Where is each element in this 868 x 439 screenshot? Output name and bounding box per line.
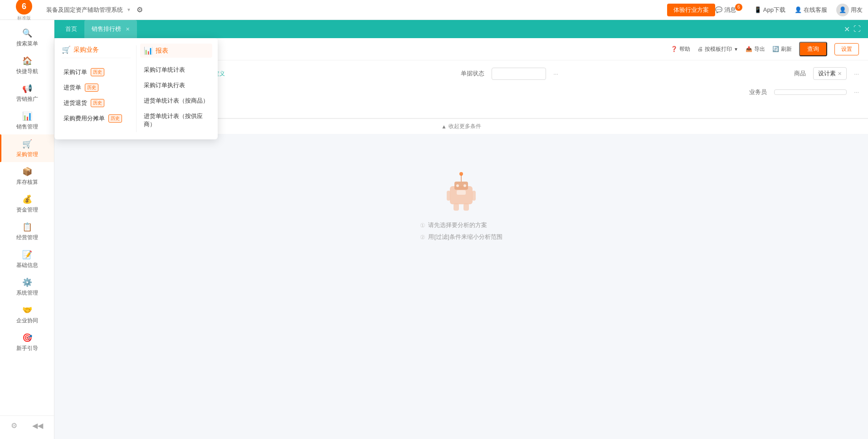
help-button[interactable]: ❓ 帮助: [671, 45, 690, 53]
sidebar-bottom: ⚙ ◀◀: [0, 415, 54, 435]
tab-close-all-icon[interactable]: ✕: [844, 25, 850, 34]
export-button[interactable]: 📤 导出: [746, 45, 765, 53]
report-col-icon: 📊: [144, 46, 153, 55]
sidebar-label-inventory: 库存核算: [16, 178, 38, 186]
settings-icon[interactable]: ⚙: [137, 5, 143, 14]
salesperson-input[interactable]: [774, 89, 847, 95]
svg-rect-8: [463, 203, 469, 211]
query-button[interactable]: 查询: [799, 42, 827, 56]
item-label: 采购费用分摊单: [63, 114, 105, 123]
sidebar-label-operations: 经营管理: [16, 234, 38, 242]
sidebar-item-guide[interactable]: 🎯 新手引导: [0, 328, 54, 356]
notification-button[interactable]: 💬 消息 6: [715, 6, 745, 14]
avatar: 👤: [836, 4, 849, 16]
sidebar-item-sales[interactable]: 📊 销售管理: [0, 107, 54, 134]
sidebar-item-enterprise[interactable]: 🤝 企业协同: [0, 301, 54, 328]
dropdown-item-goods-stat[interactable]: 进货单统计表（按商品）: [142, 93, 211, 109]
dropdown-purchase-col: 🛒 采购业务 采购订单 历史 进货单 历史 进货退货 历史 采购费用分摊单 历史: [62, 45, 131, 132]
dropdown-item-po-exec[interactable]: 采购订单执行表: [142, 78, 211, 93]
sidebar-label-basic: 基础信息: [16, 261, 38, 269]
dropdown-divider: [136, 45, 137, 132]
order-status-select[interactable]: [492, 68, 546, 80]
bottom-settings-icon[interactable]: ⚙: [11, 421, 17, 430]
user-menu-button[interactable]: 👤 用友: [836, 4, 863, 16]
help-label: 帮助: [679, 45, 690, 53]
item-label: 采购订单统计表: [144, 66, 185, 74]
item-badge: 历史: [85, 84, 98, 92]
tab-sales-rank-label: 销售排行榜: [92, 25, 121, 33]
refresh-button[interactable]: 🔄 刷新: [772, 45, 792, 53]
item-label: 进货单: [63, 84, 81, 92]
sidebar-item-marketing[interactable]: 📢 营销推广: [0, 79, 54, 107]
topbar-title: 装备及固定资产辅助管理系统 ▼ ⚙: [46, 5, 662, 14]
enterprise-icon: 🤝: [22, 305, 32, 315]
sidebar-label-quick-nav: 快捷导航: [16, 68, 38, 75]
system-icon: ⚙️: [22, 277, 32, 287]
industry-solution-button[interactable]: 体验行业方案: [667, 4, 715, 16]
tab-maximize-icon[interactable]: ⛶: [853, 25, 861, 33]
dropdown-item-incoming[interactable]: 进货单 历史: [62, 80, 131, 95]
online-service-button[interactable]: 👤 在线客服: [795, 6, 827, 14]
tab-sales-rank[interactable]: 销售排行榜 ✕: [84, 20, 137, 38]
item-label: 进货单统计表（按商品）: [144, 97, 209, 105]
item-label: 进货单统计表（按供应商）: [144, 112, 209, 128]
sidebar-label-system: 系统管理: [16, 289, 38, 297]
sidebar-item-quick-nav[interactable]: 🏠 快捷导航: [0, 51, 54, 79]
salesperson-label: 业务员: [749, 88, 767, 96]
print-dropdown-icon: ▼: [734, 47, 738, 52]
export-label: 导出: [754, 45, 765, 53]
app-download-label: App下载: [763, 6, 785, 14]
item-label: 采购订单: [63, 68, 87, 76]
dropdown-report-col: 📊 报表 采购订单统计表 采购订单执行表 进货单统计表（按商品） 进货单统计表（…: [142, 45, 211, 132]
operations-icon: 📋: [22, 222, 32, 232]
sidebar-label-marketing: 营销推广: [16, 95, 38, 103]
title-dropdown-arrow[interactable]: ▼: [127, 7, 131, 12]
collapse-sidebar-button[interactable]: ◀◀: [32, 421, 43, 430]
sidebar-label-purchase: 采购管理: [16, 151, 38, 158]
tab-home[interactable]: 首页: [58, 20, 84, 38]
item-label: 进货退货: [63, 99, 87, 107]
item-label: 采购订单执行表: [144, 81, 185, 89]
tabbar-actions: ✕ ⛶: [844, 25, 864, 34]
print-icon: 🖨: [697, 46, 703, 52]
dropdown-item-cost[interactable]: 采购费用分摊单 历史: [62, 111, 131, 126]
finance-icon: 💰: [22, 194, 32, 204]
purchase-icon: 🛒: [22, 139, 32, 149]
sidebar-item-operations[interactable]: 📋 经营管理: [0, 217, 54, 245]
sidebar-item-system[interactable]: ⚙️ 系统管理: [0, 273, 54, 301]
sidebar-item-purchase[interactable]: 🛒 采购管理: [0, 134, 54, 162]
goods-tag[interactable]: 设计素 ✕: [813, 67, 847, 80]
notification-icon: 💬: [715, 6, 722, 13]
sidebar-item-inventory[interactable]: 📦 库存核算: [0, 162, 54, 190]
goods-dots[interactable]: ···: [854, 70, 859, 77]
goods-label: 商品: [794, 69, 806, 78]
dropdown-item-purchase-order[interactable]: 采购订单 历史: [62, 64, 131, 80]
refresh-label: 刷新: [781, 45, 792, 53]
settings-button[interactable]: 设置: [834, 43, 859, 55]
goods-tag-value: 设计素: [818, 69, 836, 78]
print-button[interactable]: 🖨 按模板打印 ▼: [697, 45, 738, 53]
dropdown-item-supplier-stat[interactable]: 进货单统计表（按供应商）: [142, 109, 211, 132]
notification-label: 消息: [724, 6, 736, 14]
phone-icon: 📱: [754, 6, 761, 13]
salesperson-dots[interactable]: ···: [854, 89, 859, 95]
order-status-dots[interactable]: ···: [553, 70, 558, 77]
dropdown-item-po-stat[interactable]: 采购订单统计表: [142, 62, 211, 78]
purchase-col-icon: 🛒: [62, 45, 71, 54]
svg-rect-4: [457, 190, 466, 195]
print-label: 按模板打印: [705, 45, 732, 53]
logo-icon: 6: [16, 0, 32, 15]
app-download-button[interactable]: 📱 App下载: [754, 6, 785, 14]
sidebar-item-basic[interactable]: 📝 基础信息: [0, 245, 54, 273]
dropdown-item-return[interactable]: 进货退货 历史: [62, 95, 131, 111]
sidebar-item-finance[interactable]: 💰 资金管理: [0, 190, 54, 217]
service-icon: 👤: [795, 6, 802, 13]
collapse-up-icon: ▲: [441, 123, 447, 130]
basic-icon: 📝: [22, 250, 32, 260]
purchase-col-label: 采购业务: [73, 46, 99, 54]
home-icon: 🏠: [22, 56, 32, 66]
sidebar-item-search[interactable]: 🔍 搜索菜单: [0, 24, 54, 51]
goods-tag-remove[interactable]: ✕: [838, 71, 842, 77]
svg-rect-6: [472, 191, 476, 201]
tab-close-icon[interactable]: ✕: [126, 26, 130, 32]
